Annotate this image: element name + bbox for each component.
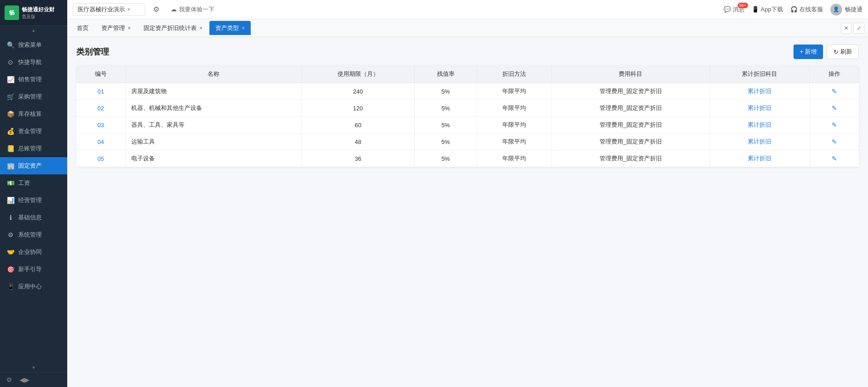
cell-method-1: 年限平均 <box>477 100 552 117</box>
sidebar-item-payroll[interactable]: 💵 工资 <box>0 174 67 192</box>
tab-asset-type[interactable]: 资产类型 × <box>209 21 251 35</box>
chevron-down-icon: ▾ <box>128 7 130 12</box>
expand-button[interactable]: ⤢ <box>853 23 864 34</box>
sidebar-item-inventory[interactable]: 📦 库存核算 <box>0 105 67 123</box>
message-icon: 💬 <box>724 6 731 13</box>
sidebar-item-search[interactable]: 🔍 搜索菜单 <box>0 36 67 54</box>
cell-name-1: 机器、机械和其他生产设备 <box>125 100 302 117</box>
tab-depreciation-table-close[interactable]: × <box>199 25 203 31</box>
settings-bottom-icon[interactable]: ⚙ <box>6 376 12 383</box>
refresh-button[interactable]: ↻ 刷新 <box>827 45 859 59</box>
table-row: 05 电子设备 36 5% 年限平均 管理费用_固定资产折旧 累计折旧 ✎ <box>76 150 859 167</box>
cell-residual-0: 5% <box>414 83 476 100</box>
sidebar-logo: 畅 畅捷通好业财 普及版 <box>0 0 67 26</box>
messages-button[interactable]: 💬 消息 99+ <box>724 5 744 14</box>
edit-icon-2[interactable]: ✎ <box>832 121 837 129</box>
col-header-code: 编号 <box>76 65 125 83</box>
cell-expense-1: 管理费用_固定资产折旧 <box>552 100 710 117</box>
collapse-sidebar-icon[interactable]: ◀▶ <box>20 376 30 383</box>
tabbar: 首页 资产管理 × 固定资产折旧统计表 × 资产类型 × ✕ ⤢ <box>67 19 868 37</box>
sidebar-item-fixed-assets[interactable]: 🏢 固定资产 <box>0 157 67 174</box>
sidebar-label-capital: 资金管理 <box>18 127 42 135</box>
system-icon: ⚙ <box>6 231 15 239</box>
table-row: 04 运输工具 48 5% 年限平均 管理费用_固定资产折旧 累计折旧 ✎ <box>76 134 859 150</box>
edit-icon-3[interactable]: ✎ <box>832 138 837 145</box>
cell-expense-4: 管理费用_固定资产折旧 <box>552 150 710 167</box>
app-download-button[interactable]: 📱 App下载 <box>752 5 783 14</box>
user-button[interactable]: 👤 畅捷通 <box>830 4 863 15</box>
cell-name-2: 器具、工具、家具等 <box>125 117 302 134</box>
cell-period-1: 120 <box>302 100 415 117</box>
username-label: 畅捷通 <box>845 5 863 14</box>
page-title: 类别管理 <box>76 46 109 57</box>
company-selector[interactable]: 医疗器械行业演示 ▾ <box>73 3 145 16</box>
col-header-residual: 残值率 <box>414 65 476 83</box>
cell-action-4[interactable]: ✎ <box>810 150 859 167</box>
tab-depreciation-table-label: 固定资产折旧统计表 <box>144 24 197 32</box>
edit-icon-0[interactable]: ✎ <box>832 88 837 95</box>
cell-expense-2: 管理费用_固定资产折旧 <box>552 117 710 134</box>
cell-code-4: 05 <box>76 150 125 167</box>
sidebar-item-quick-nav[interactable]: ⊙ 快捷导航 <box>0 54 67 71</box>
sidebar-item-capital[interactable]: 💰 资金管理 <box>0 123 67 140</box>
tab-home[interactable]: 首页 <box>71 21 94 35</box>
cell-action-1[interactable]: ✎ <box>810 100 859 117</box>
sidebar-label-guide: 新手引导 <box>18 265 42 273</box>
basic-info-icon: ℹ <box>6 213 15 222</box>
refresh-label: 刷新 <box>840 48 852 56</box>
sidebar-label-ledger: 总账管理 <box>18 144 42 153</box>
sidebar-item-app-center[interactable]: 📱 应用中心 <box>0 278 67 295</box>
tab-asset-type-close[interactable]: × <box>242 25 245 31</box>
sidebar-item-ledger[interactable]: 📒 总账管理 <box>0 140 67 157</box>
scroll-up-arrow[interactable]: ▲ <box>0 26 67 35</box>
table-header-row: 编号 名称 使用期限（月） 残值率 折旧方法 费用科目 累计折旧科目 操作 <box>76 65 859 83</box>
operations-icon: 📊 <box>6 196 15 204</box>
tab-asset-mgmt[interactable]: 资产管理 × <box>95 21 137 35</box>
avatar: 👤 <box>830 4 842 15</box>
tab-asset-type-label: 资产类型 <box>215 24 239 32</box>
sidebar-item-purchase[interactable]: 🛒 采购管理 <box>0 88 67 105</box>
logo-text: 畅捷通好业财 普及版 <box>22 6 55 20</box>
search-icon: 🔍 <box>6 41 15 49</box>
sidebar-label-operations: 经营管理 <box>18 196 42 204</box>
settings-gear-button[interactable]: ⚙ <box>150 3 163 16</box>
new-button[interactable]: + 新增 <box>794 45 823 59</box>
sidebar-item-sales[interactable]: 📈 销售管理 <box>0 71 67 88</box>
capital-icon: 💰 <box>6 127 15 135</box>
cell-action-0[interactable]: ✎ <box>810 83 859 100</box>
table-row: 02 机器、机械和其他生产设备 120 5% 年限平均 管理费用_固定资产折旧 … <box>76 100 859 117</box>
sidebar-label-enterprise: 企业协同 <box>18 248 42 256</box>
cell-accumulated-3: 累计折旧 <box>709 134 810 150</box>
ledger-icon: 📒 <box>6 144 15 153</box>
col-header-action: 操作 <box>810 65 859 83</box>
cell-method-3: 年限平均 <box>477 134 552 150</box>
tab-depreciation-table[interactable]: 固定资产折旧统计表 × <box>138 21 208 35</box>
customer-service-button[interactable]: 🎧 在线客服 <box>790 5 823 14</box>
cell-action-3[interactable]: ✎ <box>810 134 859 150</box>
sidebar-item-enterprise[interactable]: 🤝 企业协同 <box>0 243 67 261</box>
payroll-icon: 💵 <box>6 179 15 187</box>
tab-asset-mgmt-close[interactable]: × <box>128 25 131 31</box>
sidebar-item-system[interactable]: ⚙ 系统管理 <box>0 226 67 243</box>
tab-asset-mgmt-label: 资产管理 <box>101 24 125 32</box>
cell-accumulated-1: 累计折旧 <box>709 100 810 117</box>
refresh-icon: ↻ <box>833 49 838 55</box>
close-tab-button[interactable]: ✕ <box>841 23 852 34</box>
cell-expense-0: 管理费用_固定资产折旧 <box>552 83 710 100</box>
edit-icon-4[interactable]: ✎ <box>832 155 837 162</box>
cell-action-2[interactable]: ✎ <box>810 117 859 134</box>
sidebar-item-basic-info[interactable]: ℹ 基础信息 <box>0 209 67 226</box>
app-center-icon: 📱 <box>6 283 15 291</box>
table-row: 01 房屋及建筑物 240 5% 年限平均 管理费用_固定资产折旧 累计折旧 ✎ <box>76 83 859 100</box>
col-header-period: 使用期限（月） <box>302 65 415 83</box>
cell-name-0: 房屋及建筑物 <box>125 83 302 100</box>
cell-code-1: 02 <box>76 100 125 117</box>
sidebar-label-app-center: 应用中心 <box>18 283 42 291</box>
cell-residual-4: 5% <box>414 150 476 167</box>
scroll-down-arrow[interactable]: ▼ <box>0 363 67 372</box>
edit-icon-1[interactable]: ✎ <box>832 104 837 112</box>
experience-button[interactable]: ☁ 我要体验一下 <box>167 4 218 15</box>
sidebar-item-operations[interactable]: 📊 经营管理 <box>0 192 67 209</box>
sidebar-item-guide[interactable]: 🎯 新手引导 <box>0 261 67 278</box>
cell-method-0: 年限平均 <box>477 83 552 100</box>
